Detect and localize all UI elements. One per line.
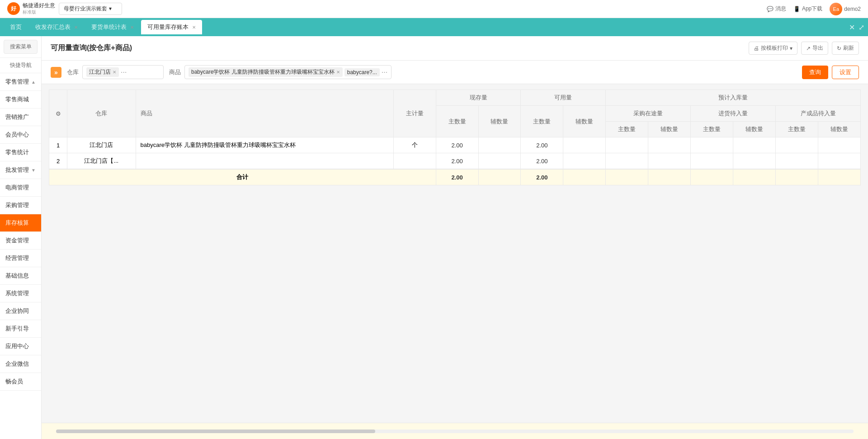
sidebar-item-label: 库存核算 [5, 219, 29, 227]
sidebar-item-wholesale-mgmt[interactable]: 批发管理 ▼ [0, 161, 41, 179]
row1-inbound-main [691, 137, 733, 153]
app-download-button[interactable]: 📱 App下载 [793, 5, 822, 13]
sidebar-item-label: 新手引导 [5, 325, 29, 333]
query-button[interactable]: 查询 [802, 66, 828, 79]
sidebar-item-label: 系统管理 [5, 289, 29, 297]
export-button[interactable]: ↗ 导出 [801, 42, 828, 55]
table-header-purchase-aux: 辅数量 [648, 122, 691, 137]
sidebar-item-inventory[interactable]: 库存核算 [0, 214, 41, 231]
product-tag1-close[interactable]: ✕ [336, 70, 340, 75]
quick-nav-button[interactable]: 快捷导航 [0, 58, 41, 73]
gear-icon[interactable]: ⚙ [56, 110, 61, 117]
table-header-stock-main: 主数量 [436, 106, 478, 137]
tab-receive-label: 收发存汇总表 [35, 23, 71, 31]
table-header-stock-group: 现存量 [436, 90, 521, 106]
row2-available-main: 2.00 [521, 153, 563, 170]
row2-purchase-aux [648, 153, 691, 170]
print-button[interactable]: 🖨 按模板打印 ▾ [749, 42, 797, 55]
sidebar-section-basic-info: 基础信息 [0, 267, 41, 285]
sidebar-item-finance[interactable]: 资金管理 [0, 232, 41, 249]
page-actions: 🖨 按模板打印 ▾ ↗ 导出 ↻ 刷新 [749, 42, 859, 55]
table-header-inbound-main: 主数量 [691, 122, 733, 137]
row1-index: 1 [49, 137, 67, 153]
sidebar-item-ecommerce[interactable]: 电商管理 [0, 179, 41, 196]
sidebar-item-retail-mgmt[interactable]: 零售管理 ▲ [0, 73, 41, 90]
industry-select[interactable]: 母婴行业演示账套 ▾ [59, 3, 122, 15]
sidebar-item-marketing[interactable]: 营销推广 [0, 109, 41, 126]
row2-product [136, 153, 393, 170]
expand-icon: ▲ [31, 80, 36, 85]
sidebar-item-label: 电商管理 [5, 184, 29, 192]
sidebar-item-newbie[interactable]: 新手引导 [0, 320, 41, 337]
logo-area: 好 畅捷通好生意 标准版 [7, 2, 55, 15]
row1-unit: 个 [393, 137, 436, 153]
sidebar-item-app-center[interactable]: 应用中心 [0, 338, 41, 355]
tab-available[interactable]: 可用量库存账本 ✕ [141, 20, 202, 34]
page-header: 可用量查询(按仓库+商品) 🖨 按模板打印 ▾ ↗ 导出 ↻ 刷新 [42, 36, 868, 61]
summary-available-aux [563, 169, 606, 185]
sidebar-item-enterprise-wechat[interactable]: 企业微信 [0, 355, 41, 373]
tab-home[interactable]: 首页 [4, 20, 28, 34]
product-filter-input[interactable]: babycare学饮杯 儿童防摔防撞吸管杯重力球吸嘴杯宝宝水杯 ✕ babyca… [184, 65, 392, 79]
sidebar-item-label: 基础信息 [5, 272, 29, 280]
tab-available-close[interactable]: ✕ [192, 25, 196, 30]
tab-receive-close[interactable]: ✕ [74, 25, 78, 30]
expand-button[interactable]: ⤢ [859, 23, 864, 32]
sidebar-section-wholesale: 批发管理 ▼ [0, 161, 41, 179]
close-all-button[interactable]: ✕ [849, 23, 855, 32]
sidebar-item-retail-mall[interactable]: 零售商城 [0, 91, 41, 108]
settings-button[interactable]: 设置 [832, 66, 859, 79]
avatar: Ea [830, 3, 842, 15]
sidebar-section-marketing: 营销推广 [0, 109, 41, 126]
user-menu[interactable]: Ea demo2 [830, 3, 861, 15]
warehouse-tag-close[interactable]: ✕ [113, 70, 116, 75]
product-filter-more-icon[interactable]: ··· [382, 68, 387, 76]
sidebar-item-label: 企业协同 [5, 307, 29, 315]
tab-order-close[interactable]: ✕ [130, 25, 134, 30]
sidebar-item-label: 畅会员 [5, 378, 23, 386]
message-button[interactable]: 💬 消息 [767, 5, 786, 13]
summary-available-main: 2.00 [521, 169, 563, 185]
sidebar-item-enterprise[interactable]: 企业协同 [0, 302, 41, 320]
sidebar-search-area: 搜索菜单 [0, 36, 41, 58]
filter-bar: » 仓库 江北门店 ✕ ··· 商品 babycare学饮杯 儿童防摔防撞吸管杯… [42, 61, 868, 84]
tab-order-label: 要货单统计表 [91, 23, 127, 31]
row2-inbound-aux [733, 153, 776, 170]
row1-stock-aux [478, 137, 521, 153]
table-header-available-main: 主数量 [521, 106, 563, 137]
search-menu-button[interactable]: 搜索菜单 [4, 40, 38, 54]
warehouse-tag-text: 江北门店 [89, 68, 111, 76]
logo-sub: 标准版 [23, 9, 55, 15]
sidebar-item-purchase[interactable]: 采购管理 [0, 197, 41, 214]
tab-receive[interactable]: 收发存汇总表 ✕ [29, 20, 84, 34]
summary-purchase-main [606, 169, 648, 185]
sidebar-section-enterprise: 企业协同 [0, 302, 41, 320]
data-table: ⚙ 仓库 商品 主计量 现存量 可用量 预计入库量 主数量 辅数量 主数量 辅数… [49, 90, 861, 185]
warehouse-filter-input[interactable]: 江北门店 ✕ ··· [82, 65, 164, 79]
tab-order[interactable]: 要货单统计表 ✕ [85, 20, 140, 34]
sidebar-item-retail-stats[interactable]: 零售统计 [0, 144, 41, 161]
sidebar-item-vip-member[interactable]: 畅会员 [0, 373, 41, 390]
sidebar-item-system[interactable]: 系统管理 [0, 285, 41, 302]
sidebar-item-basic-info[interactable]: 基础信息 [0, 267, 41, 284]
sidebar-item-member[interactable]: 会员中心 [0, 126, 41, 143]
product-filter-tag1: babycare学饮杯 儿童防摔防撞吸管杯重力球吸嘴杯宝宝水杯 ✕ [189, 67, 343, 77]
filter-actions: 查询 设置 [802, 66, 859, 79]
table-header-product: 商品 [136, 90, 393, 137]
filter-more-icon[interactable]: ··· [121, 68, 127, 76]
expand-icon: ▼ [31, 168, 36, 173]
table-header-purchase-main: 主数量 [606, 122, 648, 137]
refresh-button[interactable]: ↻ 刷新 [832, 42, 859, 55]
sidebar-section-system: 系统管理 [0, 285, 41, 302]
product-tag2-text: babycare?... [347, 69, 377, 76]
row1-inbound-aux [733, 137, 776, 153]
filter-toggle-button[interactable]: » [51, 67, 61, 78]
sidebar-item-operation[interactable]: 经营管理 [0, 250, 41, 267]
summary-production-main [776, 169, 818, 185]
horizontal-scrollbar[interactable] [56, 430, 854, 433]
sidebar-item-label: 批发管理 [5, 166, 29, 174]
refresh-label: 刷新 [843, 44, 854, 52]
table-header-unit: 主计量 [393, 90, 436, 137]
row2-index: 2 [49, 153, 67, 170]
app-download-icon: 📱 [793, 6, 800, 12]
